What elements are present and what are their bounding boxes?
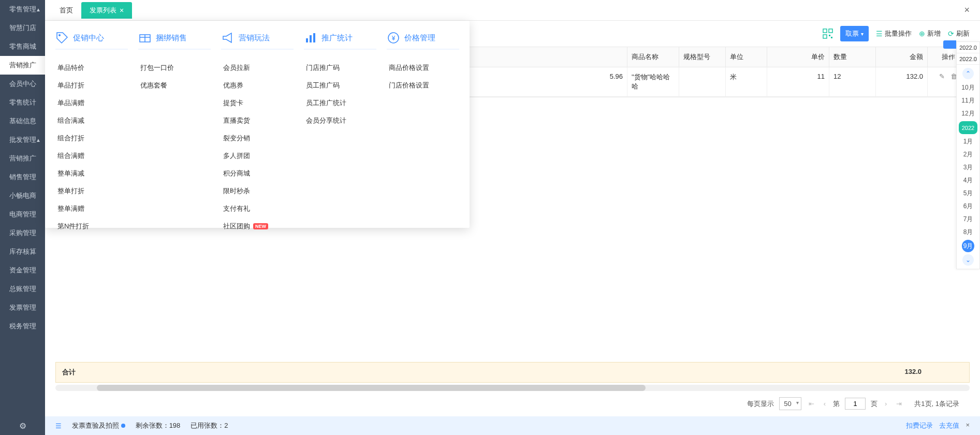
close-all-tabs-button[interactable]: ×: [964, 5, 970, 16]
tab-invoice-list[interactable]: 发票列表 ×: [81, 2, 132, 19]
mega-menu-item[interactable]: 单品特价: [55, 59, 128, 77]
mega-menu-item[interactable]: 优惠套餐: [138, 77, 211, 94]
mega-menu-item[interactable]: 门店价格设置: [387, 77, 459, 94]
mega-menu-item[interactable]: 员工推广码: [304, 77, 376, 94]
rail-month-7[interactable]: 7月: [957, 213, 979, 226]
sidebar-item-marketing[interactable]: 营销推广: [0, 56, 45, 75]
invoice-date-button[interactable]: 开票日: [943, 40, 956, 49]
rail-month-4[interactable]: 4月: [957, 174, 979, 187]
mega-menu-item[interactable]: 限时秒杀: [221, 182, 294, 200]
sidebar-item-invoice[interactable]: 发票管理: [0, 298, 45, 317]
sidebar-item-ledger[interactable]: 总账管理: [0, 280, 45, 298]
rail-month-12[interactable]: 12月: [957, 107, 979, 120]
per-page-select[interactable]: 50 ▾: [779, 397, 801, 410]
sidebar-item-xiaochang[interactable]: 小畅电商: [0, 186, 45, 205]
mega-menu-item[interactable]: 门店推广码: [304, 59, 376, 77]
status-check-label[interactable]: 发票查验及拍照: [72, 421, 125, 430]
th-name[interactable]: 商品名称: [627, 47, 679, 67]
page-prefix: 第: [833, 399, 840, 409]
scroll-down-icon[interactable]: ⌄: [962, 254, 974, 266]
rail-month-6[interactable]: 6月: [957, 200, 979, 213]
mega-menu-item[interactable]: 社区团购NEW: [221, 218, 294, 235]
mega-menu-item[interactable]: 提货卡: [221, 94, 294, 112]
sidebar-item-purchase[interactable]: 采购管理: [0, 224, 45, 242]
first-page-button[interactable]: ⇤: [807, 400, 816, 408]
sidebar-item-retailstats[interactable]: 零售统计: [0, 93, 45, 112]
sidebar-item-member[interactable]: 会员中心: [0, 75, 45, 93]
th-amount[interactable]: 金额: [876, 47, 928, 67]
mega-column: 捆绑销售打包一口价优惠套餐: [133, 31, 216, 218]
batch-ops-button[interactable]: ☰ 批量操作: [876, 29, 912, 38]
mega-menu-item[interactable]: 优惠券: [221, 77, 294, 94]
sidebar-group-wholesale[interactable]: 批发管理 ▲: [0, 130, 45, 149]
tab-label: 首页: [60, 6, 73, 15]
rail-month-8[interactable]: 8月: [957, 226, 979, 239]
rail-month-3[interactable]: 3月: [957, 161, 979, 174]
th-unit[interactable]: 单位: [726, 47, 767, 67]
last-page-button[interactable]: ⇥: [894, 400, 904, 408]
rail-month-2[interactable]: 2月: [957, 148, 979, 161]
mega-menu-item[interactable]: 单品满赠: [55, 94, 128, 112]
mega-menu-item[interactable]: 整单打折: [55, 182, 128, 200]
sidebar-group-retail[interactable]: 零售管理 ▲: [0, 0, 45, 19]
mega-menu-item[interactable]: 会员拉新: [221, 59, 294, 77]
close-icon[interactable]: ×: [966, 421, 970, 430]
sidebar-item-ecommerce[interactable]: 电商管理: [0, 205, 45, 224]
rail-month-10[interactable]: 10月: [957, 81, 979, 94]
mega-menu-item[interactable]: 第N件打折: [55, 218, 128, 235]
deduct-record-link[interactable]: 扣费记录: [906, 421, 933, 430]
th-qty[interactable]: 数量: [829, 47, 876, 67]
th-spec[interactable]: 规格型号: [679, 47, 726, 67]
mega-menu-item[interactable]: 积分商城: [221, 165, 294, 182]
button-label: 新增: [927, 29, 941, 38]
tab-home[interactable]: 首页: [51, 2, 81, 19]
rail-year-badge[interactable]: 2022: [959, 121, 977, 134]
mega-menu-item[interactable]: 商品价格设置: [387, 59, 459, 77]
th-price[interactable]: 单价: [767, 47, 829, 67]
scrollbar-thumb[interactable]: [97, 385, 646, 391]
mega-menu-item[interactable]: 裂变分销: [221, 129, 294, 147]
scroll-up-icon[interactable]: ⌃: [962, 68, 974, 79]
sidebar-item-smartstore[interactable]: 智慧门店: [0, 19, 45, 37]
mega-menu-item[interactable]: 组合打折: [55, 129, 128, 147]
mega-menu-item[interactable]: 整单满赠: [55, 200, 128, 218]
recharge-link[interactable]: 去充值: [939, 421, 959, 430]
button-label: 批量操作: [885, 29, 912, 38]
settings-button[interactable]: ⚙: [0, 416, 45, 435]
sidebar-item-retailmall[interactable]: 零售商城: [0, 37, 45, 56]
mega-menu-item[interactable]: 整单满减: [55, 165, 128, 182]
button-label: 刷新: [956, 29, 970, 38]
edit-icon[interactable]: ✎: [939, 72, 945, 80]
page-input[interactable]: [845, 398, 866, 410]
mega-menu-item[interactable]: 单品打折: [55, 77, 128, 94]
close-icon[interactable]: ×: [120, 6, 124, 15]
rail-top-date-1[interactable]: 2022.0: [957, 53, 979, 65]
horizontal-scrollbar[interactable]: [55, 385, 970, 391]
rail-month-5[interactable]: 5月: [957, 187, 979, 200]
mega-menu-item[interactable]: 支付有礼: [221, 200, 294, 218]
mega-menu-item[interactable]: 会员分享统计: [304, 112, 376, 129]
sidebar-item-funds[interactable]: 资金管理: [0, 261, 45, 280]
mega-menu-item[interactable]: 组合满减: [55, 112, 128, 129]
next-page-button[interactable]: ›: [883, 400, 889, 408]
rail-month-1[interactable]: 1月: [957, 135, 979, 148]
sidebar-item-baseinfo[interactable]: 基础信息: [0, 112, 45, 130]
sidebar-item-sales[interactable]: 销售管理: [0, 168, 45, 186]
get-ticket-button[interactable]: 取票 ▾: [840, 26, 869, 41]
add-button[interactable]: ⊕ 新增: [919, 29, 941, 38]
qr-scan-icon[interactable]: [823, 28, 833, 39]
mega-menu-item[interactable]: 组合满赠: [55, 147, 128, 165]
mega-menu-item[interactable]: 多人拼团: [221, 147, 294, 165]
rail-month-11[interactable]: 11月: [957, 94, 979, 107]
mega-menu-item[interactable]: 打包一口价: [138, 59, 211, 77]
sidebar-item-label: 零售商城: [9, 42, 36, 51]
rail-month-9[interactable]: 9月: [962, 240, 974, 252]
rail-top-date-0[interactable]: 2022.0: [957, 42, 979, 53]
sidebar-item-inventory[interactable]: 库存核算: [0, 242, 45, 261]
mega-menu-item[interactable]: 员工推广统计: [304, 94, 376, 112]
mega-menu-item[interactable]: 直播卖货: [221, 112, 294, 129]
sidebar-item-wmarketing[interactable]: 营销推广: [0, 149, 45, 168]
refresh-button[interactable]: ⟳ 刷新: [948, 29, 970, 38]
sidebar-item-tax[interactable]: 税务管理: [0, 317, 45, 336]
prev-page-button[interactable]: ‹: [822, 400, 828, 408]
